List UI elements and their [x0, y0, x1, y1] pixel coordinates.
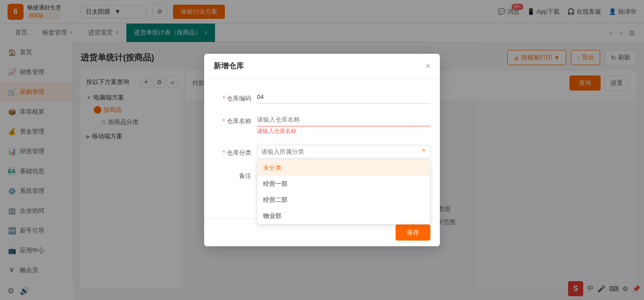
- warehouse-name-label: 仓库名称: [214, 113, 251, 125]
- save-btn[interactable]: 保存: [396, 225, 430, 241]
- warehouse-name-input[interactable]: [257, 113, 430, 126]
- cat-option-dept2[interactable]: 经营二部: [257, 192, 430, 208]
- warehouse-name-error: 请输入仓库名称: [257, 127, 430, 135]
- cat-option-facility[interactable]: 物业部: [257, 208, 430, 224]
- notes-label: 备注: [214, 168, 251, 180]
- cat-option-none[interactable]: 未分类: [257, 160, 430, 176]
- dialog-header: 新增仓库 ×: [204, 54, 440, 79]
- warehouse-cat-label: 仓库分类: [214, 145, 251, 157]
- dialog-body: 仓库编码 仓库名称 请输入仓库名称 仓库分类 ⌃: [204, 79, 440, 218]
- cat-option-dept1[interactable]: 经营一部: [257, 176, 430, 192]
- warehouse-code-row: 仓库编码: [214, 91, 430, 104]
- warehouse-code-input[interactable]: [257, 91, 430, 104]
- warehouse-cat-input[interactable]: [257, 145, 430, 158]
- new-warehouse-dialog: 新增仓库 × 仓库编码 仓库名称 请输入仓库名称 仓库分类: [204, 54, 440, 246]
- warehouse-cat-control: ⌃ 未分类 经营一部 经营二部 物业部: [257, 145, 430, 158]
- warehouse-cat-row: 仓库分类 ⌃ 未分类 经营一部 经营二部 物业部: [214, 145, 430, 158]
- dialog-title: 新增仓库: [214, 61, 244, 71]
- dialog-overlay: 新增仓库 × 仓库编码 仓库名称 请输入仓库名称 仓库分类: [0, 0, 644, 300]
- cat-dropdown-icon[interactable]: ⌃: [421, 147, 427, 156]
- warehouse-name-row: 仓库名称 请输入仓库名称: [214, 113, 430, 135]
- warehouse-name-control: 请输入仓库名称: [257, 113, 430, 135]
- dialog-close-btn[interactable]: ×: [425, 61, 430, 71]
- warehouse-code-control: [257, 91, 430, 104]
- warehouse-cat-dropdown: 未分类 经营一部 经营二部 物业部: [257, 159, 430, 225]
- warehouse-code-label: 仓库编码: [214, 91, 251, 103]
